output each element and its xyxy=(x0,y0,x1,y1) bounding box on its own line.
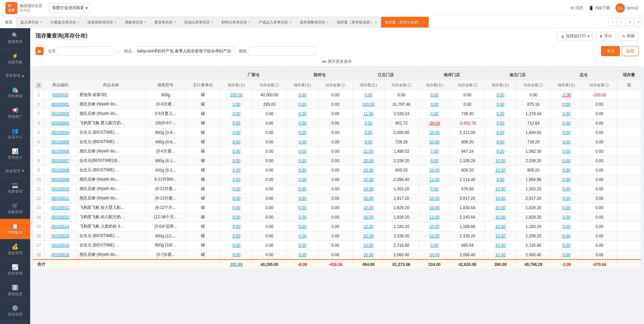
row-yb-qty[interactable]: 10.00 xyxy=(485,156,516,166)
row-jb-qty[interactable]: 9.00 xyxy=(353,119,384,128)
export-btn[interactable]: ⬇ 导出 xyxy=(596,32,616,41)
tab-9[interactable]: 成本调整单历史 × xyxy=(296,17,332,28)
row-jb-qty[interactable]: 11.00 xyxy=(353,147,384,156)
row-code[interactable]: 00100015 xyxy=(44,231,77,241)
row-zc-qty[interactable]: 0.00 xyxy=(551,128,582,137)
row-na-qty[interactable]: 11.00 xyxy=(419,175,450,184)
row-yb-qty[interactable]: 9.00 xyxy=(485,175,516,184)
tab-11-active[interactable]: 现存量（库存分布表） × xyxy=(381,17,429,28)
row-fc-qty[interactable]: 0.00 xyxy=(221,175,252,184)
close-icon[interactable]: × xyxy=(249,20,251,24)
tab-2[interactable]: 分量盘点单历史 × xyxy=(47,17,83,28)
app-download-btn[interactable]: 📱 App下载 xyxy=(589,5,610,11)
tab-8[interactable]: 产成品入库单历史 × xyxy=(255,17,295,28)
tab-next-btn[interactable]: › xyxy=(617,18,625,26)
row-fc-qty[interactable]: 0.00 xyxy=(221,203,252,213)
close-icon[interactable]: × xyxy=(289,20,291,24)
row-cc-qty[interactable]: 0.00 xyxy=(287,222,318,231)
row-cc-qty[interactable]: 0.00 xyxy=(287,184,318,194)
tab-6[interactable]: 其他出库单历史 × xyxy=(180,17,217,28)
info-icon[interactable]: ① xyxy=(539,83,543,87)
sidebar-item-retail-mgmt[interactable]: 零售管理 ▲ xyxy=(0,69,30,83)
tab-1[interactable]: 盘点单历史 × xyxy=(17,17,46,28)
row-zc-qty[interactable]: 0.00 xyxy=(551,231,582,241)
row-na-qty[interactable]: -39.00 xyxy=(419,119,450,128)
row-jb-qty[interactable]: 10.00 xyxy=(353,213,384,222)
row-cc-qty[interactable]: 0.00 xyxy=(287,119,318,128)
row-na-qty[interactable]: 0.00 xyxy=(419,90,450,100)
close-icon[interactable]: × xyxy=(40,20,42,24)
sidebar-item-marketing[interactable]: 📢 营销推广 xyxy=(0,103,30,124)
close-icon[interactable]: × xyxy=(115,20,117,24)
close-icon[interactable]: × xyxy=(327,20,329,24)
row-code[interactable]: 00100013 xyxy=(44,213,77,222)
row-fc-qty[interactable]: 0.00 xyxy=(221,231,252,241)
refresh-btn[interactable]: ↻ 刷新 xyxy=(619,32,639,41)
row-na-qty[interactable]: 10.00 xyxy=(419,137,450,147)
sidebar-item-purchase[interactable]: 🛒 采购管理 xyxy=(0,198,30,219)
row-fc-qty[interactable]: 0.00 xyxy=(221,184,252,194)
row-cc-qty[interactable]: 0.00 xyxy=(287,194,318,203)
row-na-qty[interactable]: 10.00 xyxy=(419,231,450,241)
row-jb-qty[interactable]: 10.00 xyxy=(353,175,384,184)
sidebar-item-operations[interactable]: 📈 经营管理 xyxy=(0,260,30,280)
summary-jb-qty[interactable]: 494.00 xyxy=(353,260,384,269)
row-zc-qty[interactable]: 0.00 xyxy=(551,147,582,156)
row-code[interactable]: 00100002 xyxy=(44,109,77,119)
row-fc-qty[interactable]: 0.00 xyxy=(221,241,252,250)
row-code[interactable]: 00100012 xyxy=(44,203,77,213)
row-zc-qty[interactable]: 0.00 xyxy=(551,156,582,166)
row-yb-qty[interactable]: 8.00 xyxy=(485,128,516,137)
row-jb-qty[interactable]: 0.00 xyxy=(353,90,384,100)
row-zc-qty[interactable]: 0.00 xyxy=(551,213,582,222)
close-icon[interactable]: × xyxy=(211,20,213,24)
row-code[interactable]: 00100008 xyxy=(44,166,77,175)
tab-4[interactable]: 调拨单历史 × xyxy=(121,17,150,28)
row-code[interactable]: 00100007 xyxy=(44,156,77,166)
row-na-qty[interactable]: 10.00 xyxy=(419,250,450,260)
row-cc-qty[interactable]: 0.00 xyxy=(287,203,318,213)
row-fc-qty[interactable]: 0.00 xyxy=(221,250,252,260)
sidebar-item-finance[interactable]: 💰 资金管理 xyxy=(0,239,30,260)
row-code[interactable]: 00100006 xyxy=(44,147,77,156)
row-cc-qty[interactable]: 0.00 xyxy=(287,147,318,156)
row-yb-qty[interactable]: 10.00 xyxy=(485,222,516,231)
industry-selector[interactable]: 母婴行业演示陈套 ▾ xyxy=(49,3,91,12)
sidebar-item-wholesale[interactable]: 批发管理 ▼ xyxy=(0,165,30,178)
row-jb-qty[interactable]: 10.00 xyxy=(353,250,384,260)
tab-prev-btn[interactable]: ‹ xyxy=(608,18,616,26)
row-na-qty[interactable]: 10.00 xyxy=(419,128,450,137)
expand-more-btn[interactable]: ▾▾ 展开更多条件 xyxy=(36,58,639,65)
row-fc-qty[interactable]: 0.00 xyxy=(221,222,252,231)
sidebar-item-search[interactable]: 🔍 搜索英单 xyxy=(0,28,30,49)
row-zc-qty[interactable]: 0.00 xyxy=(551,166,582,175)
row-fc-qty[interactable]: 1.00 xyxy=(221,100,252,109)
row-cc-qty[interactable]: 0.00 xyxy=(287,90,318,100)
summary-yb-qty[interactable]: 390.00 xyxy=(485,260,516,269)
row-yb-qty[interactable]: 9.00 xyxy=(485,137,516,147)
close-icon[interactable]: × xyxy=(423,20,425,24)
row-yb-qty[interactable]: 6.00 xyxy=(485,109,516,119)
row-yb-qty[interactable]: 0.00 xyxy=(485,90,516,100)
sidebar-item-ecommerce[interactable]: 💻 电商管理 xyxy=(0,178,30,198)
row-jb-qty[interactable]: 9.00 xyxy=(353,128,384,137)
row-fc-qty[interactable]: 0.00 xyxy=(221,194,252,203)
row-zc-qty[interactable]: 0.00 xyxy=(551,109,582,119)
close-icon[interactable]: × xyxy=(77,20,79,24)
close-icon[interactable]: × xyxy=(145,20,147,24)
sidebar-item-collab[interactable]: 🤝 企业协同 xyxy=(0,321,30,324)
row-cc-qty[interactable]: 0.00 xyxy=(287,231,318,241)
row-code[interactable]: 00100009 xyxy=(44,175,77,184)
row-jb-qty[interactable]: 10.00 xyxy=(353,222,384,231)
row-cc-qty[interactable]: 0.00 xyxy=(287,175,318,184)
summary-na-qty[interactable]: 334.00 xyxy=(419,260,450,269)
row-jb-qty[interactable]: 10.00 xyxy=(353,203,384,213)
row-na-qty[interactable]: 9.00 xyxy=(419,156,450,166)
row-jb-qty[interactable]: 10.00 xyxy=(353,231,384,241)
info-icon[interactable]: ① xyxy=(473,83,477,87)
row-na-qty[interactable]: 10.00 xyxy=(419,194,450,203)
row-code[interactable]: 00100005 xyxy=(44,137,77,147)
row-na-qty[interactable]: 0.00 xyxy=(419,100,450,109)
summary-zc-qty[interactable]: -3.00 xyxy=(551,260,582,269)
info-icon[interactable]: ① xyxy=(275,83,279,87)
